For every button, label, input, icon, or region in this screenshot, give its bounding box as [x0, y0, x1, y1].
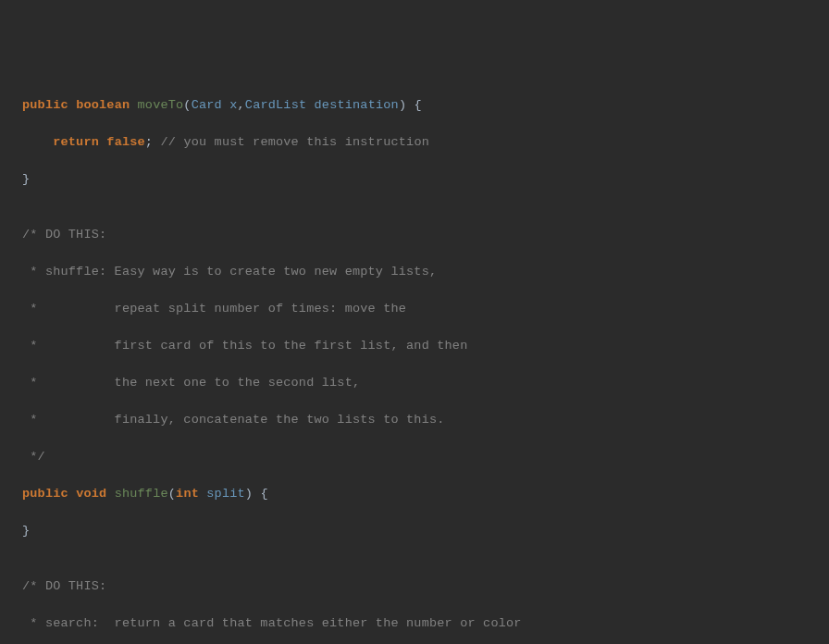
keyword-boolean: boolean: [76, 98, 130, 112]
keyword-void: void: [76, 487, 106, 501]
comment-line: * the next one to the second list,: [4, 374, 825, 392]
keyword-int: int: [176, 487, 199, 501]
semicolon: ;: [145, 135, 153, 149]
type-card: Card: [192, 98, 222, 112]
brace-open: {: [253, 487, 268, 501]
code-line: }: [4, 522, 825, 540]
comment-line: * finally, concatenate the two lists to …: [4, 411, 825, 429]
comment-line: * search: return a card that matches eit…: [4, 614, 825, 633]
brace-open: {: [406, 98, 422, 112]
paren-open: (: [183, 98, 191, 112]
brace-close: }: [22, 172, 30, 186]
param-split: split: [206, 487, 245, 501]
comment-line: * repeat split number of times: move the: [4, 300, 825, 318]
type-cardlist: CardList: [245, 98, 306, 112]
comment-line: /* DO THIS:: [4, 226, 825, 244]
comment-line: * first card of this to the first list, …: [4, 337, 825, 355]
comment-line: * shuffle: Easy way is to create two new…: [4, 263, 825, 281]
paren-close: ): [399, 98, 406, 112]
param-x: x: [229, 98, 237, 112]
code-line: }: [4, 170, 825, 189]
comment-line: */: [4, 448, 825, 466]
comment-remove: // you must remove this instruction: [153, 135, 429, 149]
code-line: public void shuffle(int split) {: [4, 485, 825, 503]
keyword-public: public: [22, 98, 68, 112]
keyword-return: return: [53, 135, 99, 149]
brace-close: }: [22, 524, 30, 538]
code-line: return false; // you must remove this in…: [4, 133, 825, 152]
keyword-false: false: [106, 135, 145, 149]
code-line: public boolean moveTo(Card x,CardList de…: [4, 96, 825, 115]
indent: [22, 135, 53, 149]
code-block: public boolean moveTo(Card x,CardList de…: [4, 78, 825, 644]
paren-open: (: [168, 487, 176, 501]
method-moveTo: moveTo: [138, 98, 184, 112]
keyword-public: public: [22, 487, 68, 501]
paren-close: ): [245, 487, 253, 501]
comma: ,: [238, 98, 245, 112]
comment-line: /* DO THIS:: [4, 577, 825, 596]
method-shuffle: shuffle: [115, 487, 168, 501]
param-destination: destination: [315, 98, 399, 112]
